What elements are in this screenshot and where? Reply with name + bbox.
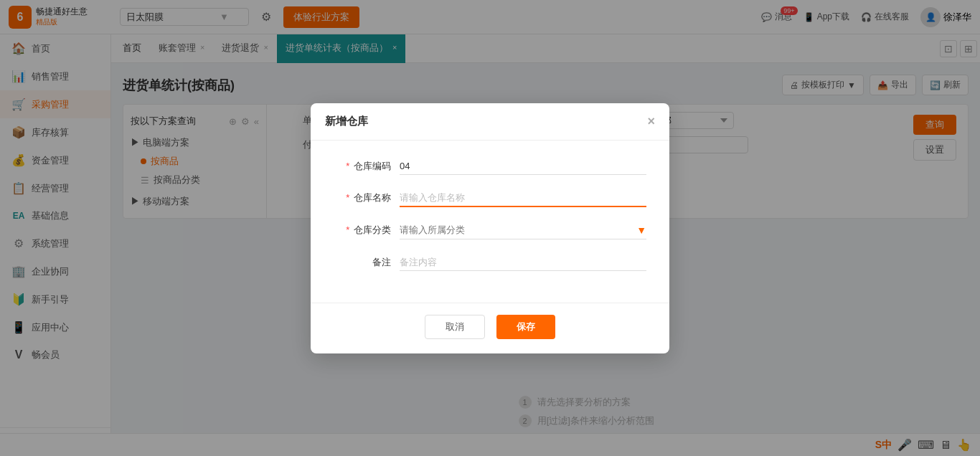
code-input[interactable] bbox=[400, 158, 646, 175]
form-row-code: * 仓库编码 bbox=[334, 158, 646, 175]
modal-title: 新增仓库 bbox=[325, 115, 368, 128]
add-warehouse-modal: 新增仓库 × * 仓库编码 * 仓库名称 bbox=[311, 103, 669, 353]
form-row-category: * 仓库分类 ▼ bbox=[334, 222, 646, 239]
name-label: * 仓库名称 bbox=[334, 191, 391, 204]
modal-overlay[interactable]: 新增仓库 × * 仓库编码 * 仓库名称 bbox=[0, 0, 980, 456]
name-input[interactable] bbox=[400, 189, 646, 207]
save-button[interactable]: 保存 bbox=[496, 315, 555, 339]
category-dropdown-icon: ▼ bbox=[636, 224, 646, 236]
remark-label: 备注 bbox=[334, 256, 391, 269]
modal-close-button[interactable]: × bbox=[647, 115, 655, 128]
modal-body: * 仓库编码 * 仓库名称 * 仓库分类 bbox=[311, 141, 669, 303]
modal-header: 新增仓库 × bbox=[311, 103, 669, 141]
category-input[interactable] bbox=[400, 224, 636, 235]
category-select-wrap[interactable]: ▼ bbox=[400, 222, 646, 239]
remark-input[interactable] bbox=[400, 254, 646, 271]
modal-footer: 取消 保存 bbox=[311, 303, 669, 353]
category-label: * 仓库分类 bbox=[334, 224, 391, 237]
form-row-name: * 仓库名称 bbox=[334, 189, 646, 207]
cancel-button[interactable]: 取消 bbox=[425, 315, 485, 339]
code-label: * 仓库编码 bbox=[334, 160, 391, 173]
form-row-remark: 备注 bbox=[334, 254, 646, 271]
